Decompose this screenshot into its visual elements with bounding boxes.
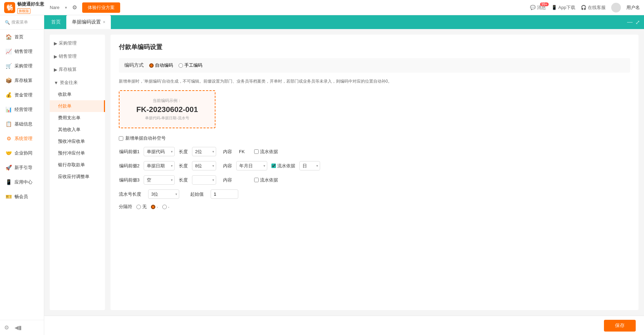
service-label: 在线客服	[588, 4, 606, 11]
dropdown-arrow-icon[interactable]: ▾	[65, 5, 67, 10]
nav-dropdown-btn[interactable]: Nare	[47, 3, 62, 11]
serial-length-select-wrapper: 3位 4位 5位	[148, 189, 179, 199]
sub-item-ar-ap-adjust[interactable]: 应收应付调整单	[50, 171, 105, 183]
sidebar-item-sales[interactable]: 📈 销售管理	[0, 44, 44, 59]
sep-dot-input[interactable]	[151, 205, 155, 209]
expand-icon[interactable]: ⤢	[635, 19, 640, 26]
sidebar-item-inventory[interactable]: 📦 库存核算	[0, 73, 44, 88]
serial2-checkbox-label[interactable]: 流水依据	[271, 163, 295, 169]
messages-btn[interactable]: 💬 消息 99+	[530, 4, 546, 11]
serial1-checkbox-label[interactable]: 流水依据	[254, 149, 278, 155]
settings-bottom-icon[interactable]: ⚙	[3, 323, 10, 332]
content1-value: FK	[236, 148, 250, 156]
serial2-checkbox[interactable]	[271, 164, 276, 168]
tab-close-icon[interactable]: ×	[103, 20, 105, 25]
sidebar-item-fund[interactable]: 💰 资金管理	[0, 88, 44, 102]
sub-item-advance-offset[interactable]: 预付冲应付单	[50, 147, 105, 159]
sub-item-payment[interactable]: 付款单	[50, 100, 105, 112]
sidebar-item-member[interactable]: 🎫 畅会员	[0, 189, 44, 204]
sub-item-other-income[interactable]: 其他收入单	[50, 124, 105, 136]
sub-item-receipt[interactable]: 收款单	[50, 89, 105, 100]
start-value-label: 起始值	[190, 191, 204, 197]
prefix2-select-wrapper: 单据日期	[144, 161, 175, 170]
sidebar-item-purchase[interactable]: 🛒 采购管理	[0, 59, 44, 73]
sub-group-purchase: ▶ 采购管理	[50, 37, 105, 49]
trial-button[interactable]: 体验行业方案	[82, 2, 120, 13]
tab-home[interactable]: 首页	[46, 15, 66, 29]
encoding-label: 编码方式	[124, 62, 144, 68]
sidebar-item-operation[interactable]: 📊 经营管理	[0, 102, 44, 117]
headset-icon: 🎧	[581, 5, 586, 10]
search-menu-btn[interactable]: 🔍 搜索菜单	[3, 18, 41, 27]
sub-item-bank[interactable]: 银行存取款单	[50, 159, 105, 171]
service-btn[interactable]: 🎧 在线客服	[581, 4, 606, 11]
sub-header-purchase-label: 采购管理	[59, 40, 77, 46]
manual-encode-radio-input[interactable]	[179, 63, 183, 68]
auto-encode-radio[interactable]: 自动编码	[149, 62, 173, 68]
separator-label: 分隔符	[119, 204, 132, 210]
sidebar-item-system[interactable]: ⚙ 系统管理	[0, 131, 44, 146]
separator-options: 无 · ·	[136, 204, 169, 210]
length1-label: 长度	[179, 149, 188, 155]
sidebar-label-cooperation: 企业协同	[15, 150, 32, 156]
sep-none-radio[interactable]: 无	[136, 204, 147, 210]
sidebar-label-basic: 基础信息	[15, 121, 32, 127]
prefix1-select[interactable]: 单据代码	[144, 147, 175, 156]
sep-dash-radio[interactable]: ·	[162, 204, 170, 210]
auto-encode-label: 自动编码	[155, 62, 173, 68]
length2-select[interactable]: 8位	[192, 161, 216, 170]
sidebar-bottom: ⚙ ◀▮	[0, 320, 44, 335]
app-download-btn[interactable]: 📱 App下载	[551, 4, 575, 11]
save-button[interactable]: 保存	[604, 320, 636, 332]
top-bar: 畅 畅捷通好生意 旗舰版 Nare ▾ ⚙ 体验行业方案 💬 消息 99+ 📱 …	[0, 0, 644, 15]
sub-item-expense[interactable]: 费用支出单	[50, 112, 105, 124]
sep-dot-radio[interactable]: ·	[151, 204, 158, 210]
sep-dash-input[interactable]	[162, 205, 167, 209]
sidebar-item-home[interactable]: 🏠 首页	[0, 30, 44, 44]
home-icon: 🏠	[6, 34, 12, 40]
user-avatar[interactable]	[611, 3, 621, 12]
start-value-input[interactable]	[211, 189, 238, 199]
messages-badge: 99+	[540, 2, 549, 6]
encoding-radio-group: 自动编码 手工编码	[149, 62, 202, 68]
sub-header-fund[interactable]: ▼ 资金往来	[50, 77, 105, 89]
length1-select[interactable]: 2位	[192, 147, 216, 156]
auto-fill-checkbox[interactable]	[119, 136, 123, 141]
system-icon: ⚙	[6, 136, 12, 142]
collapse-icon[interactable]: ◀▮	[13, 323, 23, 332]
app-label: App下载	[558, 4, 575, 11]
sep-none-input[interactable]	[136, 205, 141, 209]
sidebar-item-appcenter[interactable]: 📱 应用中心	[0, 175, 44, 189]
day-select[interactable]: 日 月 年	[299, 161, 320, 170]
settings-icon[interactable]: ⚙	[70, 3, 79, 12]
auto-encode-radio-input[interactable]	[149, 63, 154, 68]
sub-header-purchase[interactable]: ▶ 采购管理	[50, 37, 105, 49]
length3-select[interactable]	[192, 175, 216, 185]
tab-encoding-settings[interactable]: 单据编码设置 ×	[66, 15, 111, 29]
prefix3-select[interactable]: 空	[144, 175, 175, 185]
sidebar-item-basic[interactable]: 📋 基础信息	[0, 117, 44, 131]
serial1-checkbox[interactable]	[254, 149, 259, 154]
app-icon: 📱	[551, 5, 557, 10]
serial3-checkbox[interactable]	[254, 178, 259, 182]
serial-length-select[interactable]: 3位 4位 5位	[148, 189, 179, 199]
serial3-checkbox-label[interactable]: 流水依据	[254, 177, 278, 183]
tab-home-label: 首页	[51, 19, 61, 25]
content2-label: 内容	[223, 163, 232, 169]
sub-header-sales[interactable]: ▶ 销售管理	[50, 50, 105, 62]
manual-encode-radio[interactable]: 手工编码	[179, 62, 202, 68]
inventory-icon: 📦	[6, 77, 12, 84]
sidebar-item-cooperation[interactable]: 🤝 企业协同	[0, 146, 44, 160]
sidebar-label-inventory: 库存核算	[15, 77, 32, 84]
sidebar-item-guide[interactable]: 🚀 新手引导	[0, 160, 44, 175]
minimize-icon[interactable]: —	[627, 19, 633, 25]
form-row-1: 编码前缀1 单据代码 长度 2位 内容	[119, 147, 630, 156]
sub-sidebar: ▶ 采购管理 ▶ 销售管理 ▶ 库存核算	[50, 35, 105, 310]
content2-select[interactable]: 年月日	[236, 161, 267, 170]
prefix2-select[interactable]: 单据日期	[144, 161, 175, 170]
preview-code: FK-20230602-001	[136, 105, 198, 114]
serial-length-label: 流水号长度	[119, 191, 141, 197]
sub-header-inventory[interactable]: ▶ 库存核算	[50, 64, 105, 75]
sub-group-fund: ▼ 资金往来 收款单 付款单 费用支出单 其他收入单 预收冲应收单 预付冲应付单…	[50, 77, 105, 183]
sub-item-prepay-offset[interactable]: 预收冲应收单	[50, 136, 105, 147]
